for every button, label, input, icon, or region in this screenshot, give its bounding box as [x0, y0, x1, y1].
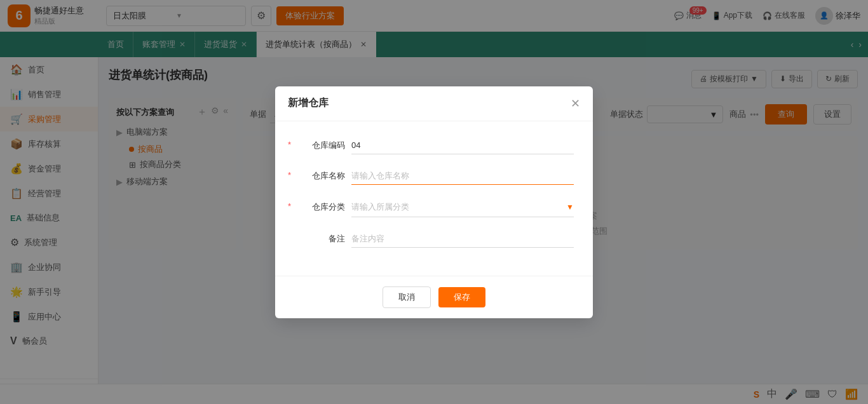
save-button[interactable]: 保存 [438, 287, 485, 307]
warehouse-name-row: 仓库名称 [294, 167, 574, 185]
modal-title: 新增仓库 [288, 97, 329, 110]
name-label: 仓库名称 [294, 170, 345, 182]
warehouse-remark-row: 备注 [294, 230, 574, 248]
modal-header: 新增仓库 ✕ [275, 86, 593, 121]
modal-footer: 取消 保存 [275, 276, 593, 318]
warehouse-code-row: 仓库编码 [294, 137, 574, 154]
remark-label: 备注 [294, 233, 345, 245]
add-warehouse-modal: 新增仓库 ✕ 仓库编码 仓库名称 仓库分类 请输入所属分类 ▼ [275, 86, 593, 318]
warehouse-category-select[interactable]: 请输入所属分类 ▼ [351, 198, 574, 217]
code-label: 仓库编码 [294, 140, 345, 151]
modal-close-button[interactable]: ✕ [571, 97, 580, 111]
category-dropdown-icon: ▼ [566, 203, 574, 212]
category-label: 仓库分类 [294, 201, 345, 213]
warehouse-name-input[interactable] [351, 167, 574, 185]
modal-overlay: 新增仓库 ✕ 仓库编码 仓库名称 仓库分类 请输入所属分类 ▼ [0, 0, 868, 404]
warehouse-category-row: 仓库分类 请输入所属分类 ▼ [294, 198, 574, 217]
cancel-button[interactable]: 取消 [383, 286, 431, 308]
modal-body: 仓库编码 仓库名称 仓库分类 请输入所属分类 ▼ 备注 [275, 121, 593, 276]
warehouse-remark-input[interactable] [351, 230, 574, 248]
warehouse-code-input[interactable] [351, 137, 574, 154]
